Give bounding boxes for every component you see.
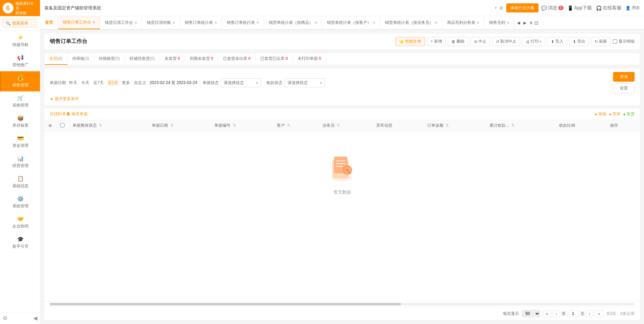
query-button[interactable]: 查询 xyxy=(613,72,635,82)
message-button[interactable]: 💬 消息 6 xyxy=(541,5,564,11)
review-button[interactable]: ● 审核 xyxy=(595,111,606,117)
tab-reconcile[interactable]: 钱货日清对账 ✕ xyxy=(142,16,180,29)
sidebar-item-operations[interactable]: 📊 经营管理 xyxy=(0,152,40,172)
sidebar-item-quicknav[interactable]: ⚡ 快捷导航 xyxy=(0,31,40,51)
prev-page-button[interactable]: ‹ xyxy=(553,310,560,317)
sidebar-item-basic[interactable]: 📋 基础信息 xyxy=(0,172,40,192)
sort-number-icon[interactable]: ⇅ xyxy=(233,123,236,128)
tab-sales-workbench[interactable]: 销售订单工作台 ✕ xyxy=(58,16,100,29)
close-tab-reconcile[interactable]: ✕ xyxy=(172,21,175,25)
filter-tab-overdue-not-shipped[interactable]: 到期未发货 0 xyxy=(185,53,218,65)
close-tab-sales-by-customer[interactable]: ✕ xyxy=(373,21,375,25)
setting-button[interactable]: 设置 xyxy=(613,83,635,93)
horizontal-scrollbar-thumb[interactable] xyxy=(50,303,401,306)
sidebar-item-system[interactable]: ⚙️ 系统管理 xyxy=(0,192,40,212)
print-button[interactable]: 🖨 打印 ▾ xyxy=(522,37,545,46)
status-select[interactable]: 请选择状态 ▾ xyxy=(221,78,261,87)
user-area[interactable]: 👤 用友 xyxy=(626,5,640,11)
payment-select[interactable]: 请选择状态 ▾ xyxy=(285,78,325,87)
first-page-button[interactable]: « xyxy=(543,310,551,317)
last-page-button[interactable]: » xyxy=(595,310,603,317)
close-tab-sales-exec[interactable]: ✕ xyxy=(256,21,259,25)
tab-prev-arrow[interactable]: ◀ xyxy=(516,20,521,26)
export-button[interactable]: ⬇ 导出 xyxy=(569,37,589,46)
tab-product-margin[interactable]: 商品毛利分析表 ✕ xyxy=(442,16,484,29)
date-shortcut-1month[interactable]: 近1月 xyxy=(106,79,120,86)
close-tab-sales-by-staff[interactable]: ✕ xyxy=(435,21,437,25)
column-settings-icon[interactable]: ⚙ xyxy=(48,123,52,128)
sort-status-icon[interactable]: ⇅ xyxy=(99,123,102,128)
close-all-tabs-button[interactable]: ✕ xyxy=(529,20,533,26)
date-shortcut-7days[interactable]: 近7天 xyxy=(92,79,105,86)
sidebar-item-sales[interactable]: 💰 销售管理 xyxy=(0,71,40,91)
filter-tab-pending-inspection[interactable]: 待拣验货(0) xyxy=(94,53,125,65)
filter-tab-wangpu-shipping[interactable]: 旺铺待发货(0) xyxy=(125,53,160,65)
sort-date-icon[interactable]: ⇅ xyxy=(170,123,174,128)
select-all-checkbox[interactable] xyxy=(60,123,65,127)
filter-tab-pending-review[interactable]: 待审核(0) xyxy=(68,53,94,65)
topbar-settings-icon[interactable]: ⚙ xyxy=(499,5,504,11)
sidebar-item-inventory[interactable]: 📦 库存核算 xyxy=(0,112,40,132)
page-title: 销售订单工作台 xyxy=(50,38,87,45)
date-shortcut-today[interactable]: 今天 xyxy=(80,79,91,86)
app-download-button[interactable]: 📱 App下载 xyxy=(567,5,592,11)
sort-collected-icon[interactable]: ⇅ xyxy=(511,123,515,128)
sidebar-item-purchase[interactable]: 🛒 采购管理 xyxy=(0,91,40,112)
smart-gen-button[interactable]: ⭐ 智能生单 xyxy=(395,37,425,46)
stop-button[interactable]: ⊘ 中止 xyxy=(470,37,490,46)
filter-tab-shipped-not-out[interactable]: 已发货未出库 0 xyxy=(218,53,256,65)
next-page-button[interactable]: › xyxy=(586,310,593,317)
online-service-button[interactable]: 🎧 在线客服 xyxy=(596,5,621,11)
tab-sales-by-product[interactable]: 销货单统计表（按商品） ✕ xyxy=(264,16,322,29)
cancel-review-button[interactable]: ● 弃审 xyxy=(609,111,620,117)
ship-button[interactable]: ● 发货 xyxy=(623,111,635,117)
tab-next-arrow[interactable]: ▶ xyxy=(522,20,528,26)
refresh-button[interactable]: ↻ 刷新 xyxy=(591,37,611,46)
date-shortcut-more[interactable]: 更多 xyxy=(121,79,131,86)
close-tab-cashier[interactable]: ✕ xyxy=(134,21,137,25)
tab-sales-by-staff[interactable]: 销货单统计表（按业务员） ✕ xyxy=(380,16,442,29)
sort-customer-icon[interactable]: ⇅ xyxy=(287,123,290,128)
tab-sales-by-customer[interactable]: 销货单统计表（按客户） ✕ xyxy=(322,16,380,29)
close-tab-product-margin[interactable]: ✕ xyxy=(477,21,479,25)
sidebar-item-finance[interactable]: 💳 资金管理 xyxy=(0,132,40,152)
cancel-stop-button[interactable]: ↺ 取消中止 xyxy=(492,37,520,46)
filter-tab-shipped-out[interactable]: 已发货已出库 0 xyxy=(256,53,293,65)
filter-tab-all[interactable]: 全部(0) xyxy=(45,53,68,65)
import-button[interactable]: ⬆ 导入 xyxy=(547,37,567,46)
collapse-sidebar-button[interactable]: ◀ xyxy=(33,315,37,321)
search-menu-button[interactable]: 🔍 搜索菜单 xyxy=(3,19,37,28)
close-tab-sales-workbench[interactable]: ✕ xyxy=(92,21,95,24)
tab-cashier[interactable]: 钱货日清工作台 ✕ xyxy=(100,16,142,29)
tab-sales-profit[interactable]: 销售毛利 ✕ xyxy=(484,16,514,29)
current-page-input[interactable] xyxy=(567,310,579,317)
filter-tab-not-printed[interactable]: 未打印单据 0 xyxy=(293,53,326,65)
settings-button[interactable]: ⚙ xyxy=(3,315,7,321)
expand-tabs-button[interactable]: ⊡ xyxy=(534,20,539,26)
sidebar-item-newbie[interactable]: 🎓 新手引导 xyxy=(0,233,40,253)
horizontal-scrollbar-track[interactable] xyxy=(50,303,635,306)
sidebar-item-marketing[interactable]: 📢 营销推广 xyxy=(0,51,40,71)
close-tab-sales-stat[interactable]: ✕ xyxy=(214,21,217,25)
th-number: 单据编号 ⇅ xyxy=(210,120,273,131)
tab-sales-stat[interactable]: 销售订单统计表 ✕ xyxy=(180,16,222,29)
new-button[interactable]: + 新增 xyxy=(427,37,446,46)
expand-conditions-button[interactable]: ▼ 展开更多条件 xyxy=(50,96,79,102)
close-tab-sales-profit[interactable]: ✕ xyxy=(507,21,509,25)
sort-amount-icon[interactable]: ⇅ xyxy=(445,123,449,128)
tab-home[interactable]: 首页 xyxy=(40,16,58,29)
tab-sales-exec[interactable]: 销售订单执行表 ✕ xyxy=(222,16,264,29)
show-detail-checkbox-label[interactable]: 显示明细 xyxy=(613,39,635,44)
delete-button[interactable]: 🗑 删除 xyxy=(448,37,468,46)
trial-plan-button[interactable]: 体验行业方案 xyxy=(506,3,539,12)
date-shortcut-yesterday[interactable]: 昨天 xyxy=(68,79,79,86)
sidebar-item-enterprise[interactable]: 🤝 企业协同 xyxy=(0,212,40,233)
filter-tab-not-shipped[interactable]: 未发货 0 xyxy=(160,53,185,65)
system-dropdown-icon[interactable]: ▾ xyxy=(495,6,497,10)
sort-staff-icon[interactable]: ⇅ xyxy=(337,123,340,128)
date-shortcut-custom[interactable]: 自定义 xyxy=(133,79,147,86)
page-size-select[interactable]: 10 20 50 100 xyxy=(522,310,540,317)
close-tab-sales-by-product[interactable]: ✕ xyxy=(314,21,317,25)
show-detail-checkbox[interactable] xyxy=(613,39,617,44)
table-scroll-container[interactable]: ⚙ 单据整体状态 ⇅ 单据日期 ⇅ xyxy=(44,120,640,301)
